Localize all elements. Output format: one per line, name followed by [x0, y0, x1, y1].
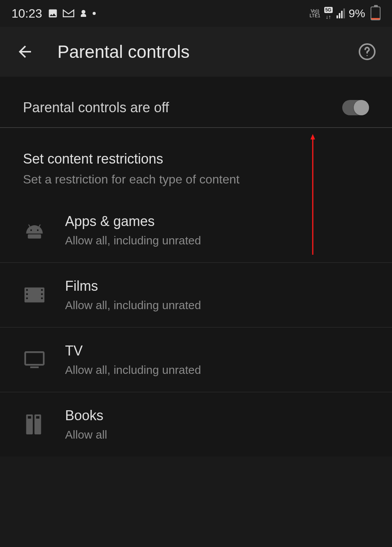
svg-rect-3 [28, 234, 41, 239]
section-header: Set content restrictions Set a restricti… [0, 128, 392, 198]
more-dot-icon [93, 12, 96, 15]
data-arrows-icon: ↓↑ [326, 14, 331, 20]
svg-rect-6 [26, 293, 28, 295]
books-icon [26, 414, 43, 434]
item-subtitle: Allow all, including unrated [65, 234, 201, 247]
status-time: 10:23 [11, 7, 42, 21]
toggle-knob [354, 100, 369, 115]
content-area: Parental controls are off Set content re… [0, 77, 392, 457]
item-title: Films [65, 278, 201, 294]
item-subtitle: Allow all, including unrated [65, 299, 201, 312]
gmail-icon [63, 9, 74, 18]
battery-text: 9% [349, 7, 365, 20]
battery-icon [371, 7, 381, 20]
svg-rect-11 [25, 352, 44, 365]
status-notification-icons [47, 8, 96, 19]
svg-point-2 [366, 55, 368, 56]
svg-rect-10 [41, 298, 42, 299]
restriction-item-tv[interactable]: TV Allow all, including unrated [0, 328, 392, 392]
tv-icon [24, 351, 45, 368]
app-icon [79, 8, 88, 19]
svg-rect-9 [41, 293, 42, 295]
parental-toggle-row[interactable]: Parental controls are off [0, 88, 392, 127]
parental-toggle[interactable] [342, 100, 369, 115]
svg-point-0 [82, 10, 85, 14]
section-title: Set content restrictions [23, 151, 369, 167]
page-title: Parental controls [57, 41, 335, 62]
app-header: Parental controls [0, 27, 392, 77]
restriction-item-books[interactable]: Books Allow all [0, 392, 392, 457]
volte-icon: Vo)) LTE1 [310, 9, 320, 18]
svg-rect-8 [41, 289, 42, 291]
status-right: Vo)) LTE1 5G ↓↑ 9% [310, 7, 381, 20]
arrow-left-icon [16, 43, 34, 61]
status-bar: 10:23 Vo)) LTE1 5G ↓↑ 9% [0, 0, 392, 27]
back-button[interactable] [15, 42, 34, 61]
network-badge: 5G [324, 7, 333, 13]
photo-icon [47, 8, 58, 19]
help-button[interactable] [358, 42, 377, 61]
item-title: Books [65, 408, 107, 424]
item-title: TV [65, 343, 201, 359]
network-indicator: 5G ↓↑ [324, 7, 333, 20]
android-icon [24, 220, 44, 240]
svg-rect-16 [36, 416, 39, 419]
svg-rect-5 [26, 289, 28, 291]
section-subtitle: Set a restriction for each type of conte… [23, 172, 369, 187]
status-left: 10:23 [11, 7, 96, 21]
item-title: Apps & games [65, 213, 201, 229]
item-subtitle: Allow all, including unrated [65, 364, 201, 377]
svg-rect-7 [26, 298, 28, 299]
restriction-item-apps[interactable]: Apps & games Allow all, including unrate… [0, 198, 392, 263]
help-icon [358, 43, 376, 61]
film-icon [24, 287, 44, 303]
restriction-item-films[interactable]: Films Allow all, including unrated [0, 263, 392, 328]
item-subtitle: Allow all [65, 428, 107, 441]
svg-rect-15 [28, 416, 31, 419]
toggle-label: Parental controls are off [23, 100, 169, 116]
signal-icon [336, 8, 345, 18]
